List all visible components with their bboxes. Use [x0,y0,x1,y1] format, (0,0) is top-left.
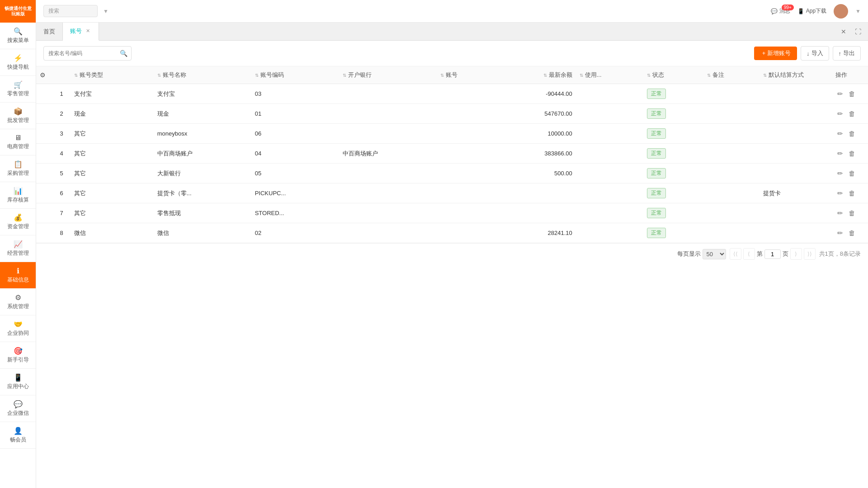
row-status: 正常 [643,84,703,104]
delete-button[interactable]: 🗑 [847,188,857,198]
sort-icon: ⇅ [707,73,711,78]
settings-col-icon[interactable]: ⚙ [40,71,46,79]
sidebar-item-purchase-mgmt[interactable]: 📋 采购管理 [0,155,36,182]
sidebar-item-search-menu[interactable]: 🔍 搜索菜单 [0,23,36,49]
sidebar-item-app-center[interactable]: 📱 应用中心 [0,369,36,395]
logo: 畅捷通付生意 玩账版 [0,0,36,23]
row-account-no [437,183,493,203]
sidebar-item-retail-mgmt[interactable]: 🛒 零售管理 [0,76,36,103]
sidebar-item-member[interactable]: 👤 畅会员 [0,422,36,449]
pagination: 每页显示 50 100 200 ⟨⟨ ⟨ 第 页 ⟩ ⟩⟩ 共1页，8条记录 [36,243,868,264]
col-account-no[interactable]: ⇅ 账号 [437,66,493,84]
edit-button[interactable]: ✏ [835,129,845,139]
row-checkbox-cell[interactable] [36,124,52,144]
col-status[interactable]: ⇅ 状态 [643,66,703,84]
tab-close-button[interactable]: ✕ [837,25,850,38]
table-row: 1 支付宝 支付宝 03 -90444.00 正常 ✏ 🗑 [36,84,868,104]
sidebar-item-enterprise-agreement[interactable]: 🤝 企业协同 [0,315,36,342]
first-page-button[interactable]: ⟨⟨ [730,248,741,260]
delete-button[interactable]: 🗑 [847,169,857,178]
delete-button[interactable]: 🗑 [847,89,857,99]
mobile-icon: 📱 [797,8,804,14]
sort-icon: ⇅ [763,73,767,78]
page-input[interactable] [764,249,781,259]
row-checkbox-cell[interactable] [36,144,52,164]
per-page-select[interactable]: 50 100 200 [703,249,726,259]
tab-close-icon[interactable]: ✕ [85,28,91,34]
row-checkbox-cell[interactable] [36,183,52,203]
row-checkbox-cell[interactable] [36,104,52,124]
row-account-code: STORED... [251,203,339,223]
col-account-code[interactable]: ⇅ 账号编码 [251,66,339,84]
sidebar-item-quick-nav[interactable]: ⚡ 快捷导航 [0,49,36,76]
row-checkbox-cell[interactable] [36,203,52,223]
message-button[interactable]: 💬 消息 99+ [771,7,790,15]
sidebar-item-label: 搜索菜单 [7,37,29,44]
delete-button[interactable]: 🗑 [847,149,857,159]
col-account-type[interactable]: ⇅ 账号类型 [71,66,154,84]
table-row: 3 其它 moneybosx 06 10000.00 正常 ✏ 🗑 [36,124,868,144]
row-default-payment [760,144,832,164]
last-page-button[interactable]: ⟩⟩ [804,248,816,260]
export-label: 导出 [843,49,855,57]
sidebar-item-enterprise-wechat[interactable]: 💬 企业微信 [0,395,36,422]
delete-button[interactable]: 🗑 [847,208,857,218]
sort-icon: ⇅ [543,73,547,78]
sidebar-item-label: 资金管理 [7,223,29,230]
sidebar-item-wholesale-mgmt[interactable]: 📦 批发管理 [0,103,36,129]
prev-page-button[interactable]: ⟨ [743,248,755,260]
edit-button[interactable]: ✏ [835,208,845,218]
row-checkbox-cell[interactable] [36,84,52,104]
export-button[interactable]: ↑ 导出 [833,46,861,61]
row-account-name: 提货卡（零... [154,183,251,203]
col-balance[interactable]: ⇅ 最新余额 [493,66,576,84]
search-input[interactable] [44,50,116,56]
edit-button[interactable]: ✏ [835,89,845,99]
sidebar-item-system-mgmt[interactable]: ⚙ 系统管理 [0,289,36,315]
edit-button[interactable]: ✏ [835,109,845,119]
tab-home[interactable]: 首页 [36,23,63,41]
row-account-no [437,124,493,144]
edit-button[interactable]: ✏ [835,149,845,159]
col-default-payment[interactable]: ⇅ 默认结算方式 [760,66,832,84]
next-page-button[interactable]: ⟩ [790,248,802,260]
edit-button[interactable]: ✏ [835,228,845,238]
sidebar-item-operation-mgmt[interactable]: 📈 经营管理 [0,235,36,262]
row-checkbox-cell[interactable] [36,223,52,243]
edit-button[interactable]: ✏ [835,169,845,178]
import-button[interactable]: ↓ 导入 [801,46,829,61]
col-usage[interactable]: ⇅ 使用... [576,66,643,84]
row-checkbox-cell[interactable] [36,164,52,183]
sort-icon: ⇅ [255,73,259,78]
app-download-button[interactable]: 📱 App下载 [797,7,826,15]
wechat-icon: 💬 [14,400,23,408]
avatar[interactable] [834,4,848,19]
tab-account[interactable]: 账号 ✕ [63,23,99,41]
sidebar-item-basic-info[interactable]: ℹ 基础信息 [0,262,36,289]
col-account-name[interactable]: ⇅ 账号名称 [154,66,251,84]
edit-button[interactable]: ✏ [835,188,845,198]
delete-button[interactable]: 🗑 [847,109,857,119]
tab-maximize-button[interactable]: ⛶ [852,25,864,38]
purchase-icon: 📋 [14,160,23,169]
global-search-input[interactable]: 搜索 [43,5,98,17]
col-bank[interactable]: ⇅ 开户银行 [339,66,437,84]
sidebar-item-new-guide[interactable]: 🎯 新手引导 [0,342,36,369]
row-actions-cell: ✏ 🗑 [832,84,868,104]
sidebar-item-capital-mgmt[interactable]: 💰 资金管理 [0,209,36,235]
search-button[interactable]: 🔍 [116,50,131,57]
add-account-button[interactable]: + 新增账号 [754,47,797,60]
quick-nav-icon: ⚡ [14,54,23,62]
retail-icon: 🛒 [14,80,23,89]
sidebar-item-ecommerce-mgmt[interactable]: 🖥 电商管理 [0,129,36,155]
capital-icon: 💰 [14,213,23,222]
add-account-label: + 新增账号 [762,49,791,57]
col-remark[interactable]: ⇅ 备注 [703,66,760,84]
delete-button[interactable]: 🗑 [847,129,857,139]
toolbar-left: 🔍 [43,46,132,61]
row-default-payment [760,124,832,144]
row-balance: 10000.00 [493,124,576,144]
delete-button[interactable]: 🗑 [847,228,857,238]
toolbar-right: + 新增账号 ↓ 导入 ↑ 导出 [754,46,861,61]
sidebar-item-inventory-calc[interactable]: 📊 库存核算 [0,182,36,209]
